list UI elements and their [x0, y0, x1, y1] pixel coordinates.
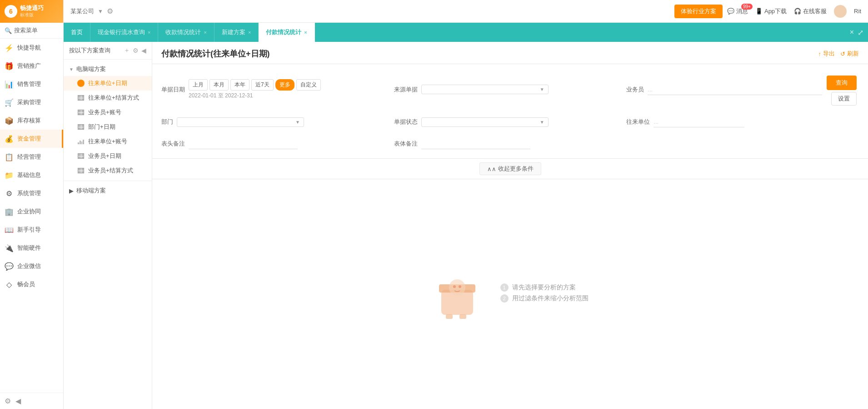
body-note-input[interactable]: [421, 138, 530, 149]
tab-bank[interactable]: 现金银行流水查询 ×: [90, 23, 158, 42]
sidebar-item-quick-nav[interactable]: ⚡ 快捷导航: [0, 39, 63, 57]
partner-date-icon: [77, 80, 85, 87]
tab-receivable-close-icon[interactable]: ×: [204, 30, 206, 35]
collapse-bar: ∧∧ 收起更多条件: [152, 159, 868, 179]
scheme-staff-date-label: 业务员+日期: [88, 152, 121, 160]
filter-date-content: 上月 本月 本年 近7天 更多 自定义 2022-01-01 至 2022-12…: [189, 79, 394, 100]
tab-new-scheme-close-icon[interactable]: ×: [248, 30, 251, 35]
service-icon: 🎧: [794, 8, 801, 15]
sidebar-item-member[interactable]: ◇ 畅会员: [0, 275, 63, 293]
tab-bank-close-icon[interactable]: ×: [148, 30, 150, 35]
collapse-sidebar-icon[interactable]: ◀: [15, 397, 21, 405]
quick-nav-icon: ⚡: [5, 43, 14, 52]
date-btn-last-month[interactable]: 上月: [189, 79, 208, 91]
status-select[interactable]: ▼: [421, 117, 549, 127]
search-icon: 🔍: [5, 27, 12, 34]
app-download-button[interactable]: 📱 App下载: [755, 7, 787, 15]
refresh-button[interactable]: ↺ 刷新: [840, 50, 859, 58]
date-btn-custom[interactable]: 自定义: [296, 79, 321, 91]
sidebar-item-enterprise[interactable]: 🏢 企业协同: [0, 202, 63, 221]
trial-button[interactable]: 体验行业方案: [674, 5, 723, 18]
tab-expand-icon[interactable]: ⤢: [858, 28, 863, 37]
sidebar-item-purchase[interactable]: 🛒 采购管理: [0, 93, 63, 111]
sidebar-label: 基础信息: [17, 171, 41, 179]
staff-input-placeholder[interactable]: ...: [648, 84, 822, 95]
app-label: App下载: [764, 7, 787, 15]
empty-tip-1: 1 请先选择要分析的方案: [500, 283, 589, 292]
empty-tip-2-label: 用过滤条件来缩小分析范围: [512, 294, 589, 303]
company-chevron-icon[interactable]: ▼: [98, 8, 103, 15]
tab-new-scheme[interactable]: 新建方案 ×: [215, 23, 259, 42]
header-note-input[interactable]: [189, 138, 298, 149]
refresh-icon: ↺: [840, 50, 845, 57]
sidebar-item-wechat[interactable]: 💬 企业微信: [0, 257, 63, 275]
settings-bottom-icon[interactable]: ⚙: [5, 397, 11, 405]
tab-payment[interactable]: 付款情况统计 ×: [259, 23, 314, 42]
sidebar-header: 6 畅捷通巧 标准版: [0, 0, 63, 23]
tab-receivable[interactable]: 收款情况统计 ×: [158, 23, 214, 42]
filter-source-content: ▼: [421, 85, 627, 94]
user-avatar[interactable]: [834, 5, 847, 18]
settings-button[interactable]: 设置: [831, 92, 857, 106]
right-content: 付款情况统计(往来单位+日期) ↑ 导出 ↺ 刷新: [152, 42, 868, 409]
collapse-panel-icon[interactable]: ◀: [141, 47, 146, 54]
logo-icon: 6: [5, 5, 17, 18]
collapse-button[interactable]: ∧∧ 收起更多条件: [479, 162, 541, 175]
scheme-dept-date[interactable]: 部门+日期: [64, 120, 152, 134]
date-btn-this-year[interactable]: 本年: [230, 79, 249, 91]
sidebar-item-system[interactable]: ⚙ 系统管理: [0, 184, 63, 202]
sidebar-item-inventory[interactable]: 📦 库存核算: [0, 111, 63, 130]
scheme-staff-settle[interactable]: 业务员+结算方式: [64, 163, 152, 178]
scheme-staff-account[interactable]: 业务员+账号: [64, 105, 152, 120]
sidebar-item-hardware[interactable]: 🔌 智能硬件: [0, 239, 63, 257]
scheme-staff-date[interactable]: 业务员+日期: [64, 149, 152, 163]
desktop-group-header[interactable]: ▼ 电脑端方案: [64, 62, 152, 76]
scheme-partner-settle[interactable]: 往来单位+结算方式: [64, 91, 152, 105]
sidebar-item-marketing[interactable]: 🎁 营销推广: [0, 57, 63, 75]
sidebar-item-basic[interactable]: 📁 基础信息: [0, 166, 63, 184]
sidebar-item-guide[interactable]: 📖 新手引导: [0, 221, 63, 239]
partner-input-placeholder[interactable]: ...: [653, 116, 744, 127]
message-button[interactable]: 💬 消息 99+: [727, 7, 748, 15]
app-icon: 📱: [755, 8, 763, 15]
svg-rect-5: [446, 314, 453, 319]
collapse-chevron-icon: ∧∧: [487, 166, 496, 172]
date-btn-last-7days[interactable]: 近7天: [251, 79, 274, 91]
sidebar-item-finance[interactable]: 💰 资金管理: [0, 130, 63, 148]
query-button[interactable]: 查询: [827, 76, 857, 90]
filter-partner-cell: 往来单位 ...: [626, 114, 859, 130]
tab-home[interactable]: 首页: [64, 23, 90, 42]
company-name: 某某公司: [70, 7, 94, 15]
tab-close-all-icon[interactable]: ×: [850, 28, 854, 36]
message-icon: 💬: [727, 8, 734, 15]
dept-select[interactable]: ▼: [177, 117, 304, 127]
scheme-settings-icon[interactable]: ⚙: [133, 47, 139, 54]
left-panel: 按以下方案查询 ＋ ⚙ ◀ ▼ 电脑端方案 往来单位+日期: [64, 42, 152, 409]
scheme-partner-account-label: 往来单位+账号: [88, 137, 127, 146]
scheme-partner-date[interactable]: 往来单位+日期: [64, 76, 152, 91]
sidebar-label: 系统管理: [17, 189, 41, 197]
logo-sub: 标准版: [20, 12, 44, 18]
sidebar-item-operations[interactable]: 📋 经营管理: [0, 148, 63, 166]
filter-partner-content: ...: [653, 116, 859, 127]
export-button[interactable]: ↑ 导出: [818, 50, 835, 58]
query-scheme-label: 按以下方案查询: [69, 46, 110, 55]
add-scheme-icon[interactable]: ＋: [124, 46, 130, 55]
tab-payment-close-icon[interactable]: ×: [304, 30, 307, 35]
sidebar-item-sales[interactable]: 📊 销售管理: [0, 75, 63, 93]
date-btn-this-month[interactable]: 本月: [210, 79, 229, 91]
svg-point-4: [459, 285, 461, 288]
mobile-scheme-group: ▶ 移动端方案: [64, 181, 152, 200]
mobile-group-label: 移动端方案: [76, 187, 106, 195]
search-menu[interactable]: 🔍 搜索菜单: [0, 23, 63, 39]
left-panel-header: 按以下方案查询 ＋ ⚙ ◀: [64, 42, 152, 60]
staff-date-icon: [77, 152, 85, 160]
filter-row-3: 表头备注 表体备注: [161, 136, 859, 152]
mobile-group-header[interactable]: ▶ 移动端方案: [64, 184, 152, 197]
date-btn-more[interactable]: 更多: [275, 79, 294, 91]
filter-row-1: 单据日期 上月 本月 本年 近7天 更多 自定义 2022-: [161, 71, 859, 108]
topbar-gear-icon[interactable]: ⚙: [107, 7, 113, 15]
online-service-button[interactable]: 🎧 在线客服: [794, 7, 827, 15]
source-select[interactable]: ▼: [421, 85, 549, 94]
scheme-partner-account[interactable]: 往来单位+账号: [64, 134, 152, 149]
